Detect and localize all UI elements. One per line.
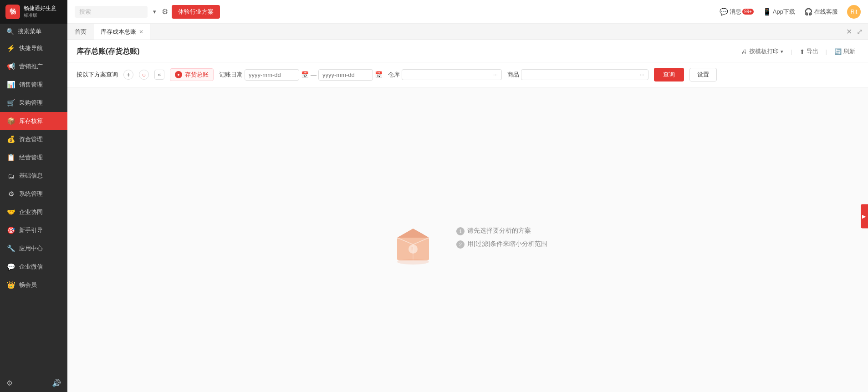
- date-end-input[interactable]: [318, 69, 373, 81]
- warehouse-select[interactable]: ···: [402, 69, 502, 80]
- sidebar-item-system[interactable]: ⚙ 系统管理: [0, 185, 67, 203]
- sidebar-item-operation[interactable]: 📋 经营管理: [0, 148, 67, 167]
- sidebar-logo-text-block: 畅捷通好生意 标准版: [24, 5, 56, 19]
- divider-1: |: [791, 48, 792, 55]
- sidebar-menu: ⚡ 快捷导航 📢 营销推广 📊 销售管理 🛒 采购管理 📦 库存核算 💰 资金管…: [0, 39, 67, 374]
- hint-num-1: 1: [456, 227, 465, 235]
- refresh-btn[interactable]: 🔄 刷新: [831, 46, 859, 57]
- tab-panel-close-icon[interactable]: ✕: [846, 27, 852, 36]
- sidebar-item-sales[interactable]: 📊 销售管理: [0, 76, 67, 94]
- filter-collapse-btn[interactable]: «: [154, 70, 164, 80]
- sidebar-item-quick-nav[interactable]: ⚡ 快捷导航: [0, 39, 67, 57]
- scheme-name: 存货总账: [185, 71, 209, 79]
- topbar-dropdown-icon[interactable]: ▾: [153, 8, 156, 15]
- export-label: 导出: [807, 47, 818, 56]
- sidebar-item-label: 企业协同: [19, 208, 43, 216]
- filter-bar: 按以下方案查询 + ○ « ● 存货总账 记账日期 📅 — 📅 仓库 ···: [67, 62, 868, 87]
- sidebar-item-purchase[interactable]: 🛒 采购管理: [0, 94, 67, 112]
- date-field: 记账日期 📅 — 📅: [219, 69, 383, 81]
- app-logo-icon: 畅: [5, 5, 20, 19]
- empty-text: 1 请先选择要分析的方案 2 用[过滤]条件来缩小分析范围: [456, 227, 547, 253]
- app-version: 标准版: [24, 12, 56, 19]
- product-select[interactable]: ···: [521, 69, 648, 80]
- sidebar-item-marketing[interactable]: 📢 营销推广: [0, 57, 67, 76]
- tab-close-icon[interactable]: ✕: [139, 29, 143, 35]
- sidebar: 畅 畅捷通好生意 标准版 🔍 搜索菜单 ⚡ 快捷导航 📢 营销推广 📊 销售管理…: [0, 0, 67, 392]
- sidebar-item-wechat[interactable]: 💬 企业微信: [0, 258, 67, 276]
- avatar-text: Rit: [851, 9, 858, 15]
- calendar-start-icon[interactable]: 📅: [301, 71, 309, 78]
- scheme-icon: ●: [175, 71, 182, 78]
- page-header-actions: 🖨 按模板打印 ▾ | ⬆ 导出 | 🔄 刷新: [738, 46, 859, 57]
- sidebar-item-finance[interactable]: 💰 资金管理: [0, 130, 67, 148]
- sidebar-item-coop[interactable]: 🤝 企业协同: [0, 203, 67, 221]
- svg-marker-1: [397, 229, 429, 238]
- divider-2: |: [826, 48, 827, 55]
- app-label: App下载: [773, 8, 795, 16]
- sidebar-settings-btn[interactable]: ⚙: [6, 379, 13, 387]
- sidebar-item-label: 畅会员: [19, 281, 37, 289]
- topbar-online-service[interactable]: 🎧 在线客服: [804, 8, 838, 16]
- print-btn[interactable]: 🖨 按模板打印 ▾: [738, 46, 787, 57]
- date-start-input[interactable]: [245, 69, 299, 81]
- svg-point-6: [408, 244, 418, 254]
- sidebar-item-label: 快捷导航: [19, 44, 43, 52]
- sidebar-item-label: 经营管理: [19, 153, 43, 162]
- finance-icon: 💰: [6, 135, 15, 144]
- filter-remove-btn[interactable]: ○: [139, 70, 149, 80]
- sidebar-item-label: 应用中心: [19, 244, 43, 253]
- sidebar-item-basic[interactable]: 🗂 基础信息: [0, 167, 67, 185]
- tabbar: 首页 库存成本总账 ✕ ✕ ⤢: [67, 24, 868, 40]
- sidebar-item-label: 资金管理: [19, 135, 43, 143]
- basic-icon: 🗂: [6, 171, 15, 180]
- tab-expand-icon[interactable]: ⤢: [857, 27, 863, 36]
- sidebar-audio-btn[interactable]: 🔊: [52, 379, 61, 387]
- sidebar-item-member[interactable]: 👑 畅会员: [0, 276, 67, 294]
- topbar-settings-icon[interactable]: ⚙: [162, 7, 168, 16]
- svg-point-8: [397, 259, 429, 265]
- topbar-search-area[interactable]: 搜索: [75, 6, 148, 18]
- sidebar-item-label: 库存核算: [19, 117, 43, 125]
- sidebar-item-guide[interactable]: 🎯 新手引导: [0, 221, 67, 239]
- sidebar-item-label: 基础信息: [19, 172, 43, 180]
- right-panel-tab[interactable]: ▶: [861, 204, 868, 228]
- filter-label: 按以下方案查询: [77, 71, 118, 79]
- system-icon: ⚙: [6, 189, 15, 199]
- calendar-end-icon[interactable]: 📅: [375, 71, 383, 78]
- product-more-icon[interactable]: ···: [640, 71, 644, 78]
- empty-inner: ! 1 请先选择要分析的方案 2 用[过滤]条件来缩小分析范围: [388, 213, 547, 267]
- sidebar-search[interactable]: 🔍 搜索菜单: [0, 24, 67, 39]
- inventory-icon: 📦: [6, 117, 15, 126]
- tab-home-label: 首页: [75, 28, 87, 36]
- tab-inventory-ledger[interactable]: 库存成本总账 ✕: [94, 24, 150, 40]
- marketing-icon: 📢: [6, 62, 15, 71]
- sidebar-item-label: 采购管理: [19, 99, 43, 107]
- tabbar-right-controls: ✕ ⤢: [846, 27, 868, 36]
- topbar-app-download[interactable]: 📱 App下载: [763, 8, 795, 16]
- member-icon: 👑: [6, 280, 15, 290]
- date-separator: —: [311, 71, 317, 78]
- settings-button[interactable]: 设置: [689, 68, 717, 81]
- sidebar-item-inventory[interactable]: 📦 库存核算: [0, 112, 67, 130]
- empty-state: ! 1 请先选择要分析的方案 2 用[过滤]条件来缩小分析范围: [67, 87, 868, 392]
- msg-badge: 99+: [742, 9, 754, 15]
- filter-add-btn[interactable]: +: [123, 70, 133, 80]
- sidebar-item-appstore[interactable]: 🔧 应用中心: [0, 239, 67, 258]
- topbar-msg[interactable]: 💬 消息 99+: [720, 8, 754, 16]
- print-dropdown-icon[interactable]: ▾: [781, 49, 783, 55]
- filter-scheme[interactable]: ● 存货总账: [170, 68, 214, 81]
- warehouse-more-icon[interactable]: ···: [493, 71, 498, 78]
- date-label: 记账日期: [219, 71, 243, 79]
- sidebar-item-label: 系统管理: [19, 190, 43, 198]
- page-header: 库存总账(存货总账) 🖨 按模板打印 ▾ | ⬆ 导出 | 🔄 刷新: [67, 40, 868, 62]
- empty-svg-illustration: !: [388, 213, 443, 267]
- user-avatar[interactable]: Rit: [847, 5, 861, 19]
- service-label: 在线客服: [814, 8, 838, 16]
- trial-btn[interactable]: 体验行业方案: [172, 5, 220, 19]
- export-btn[interactable]: ⬆ 导出: [796, 46, 822, 57]
- empty-illustration: !: [388, 213, 443, 267]
- tab-home[interactable]: 首页: [67, 24, 94, 40]
- msg-label: 消息: [730, 8, 741, 16]
- query-button[interactable]: 查询: [654, 68, 684, 81]
- right-panel-icon: ▶: [862, 213, 868, 219]
